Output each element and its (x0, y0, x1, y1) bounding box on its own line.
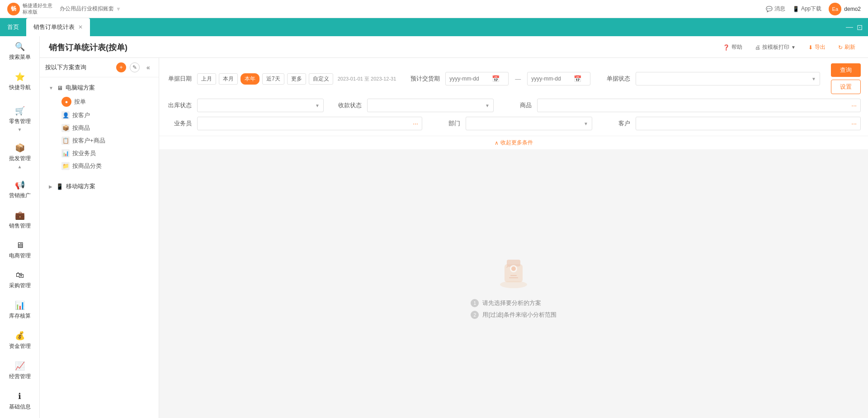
scheme-section-pc-header[interactable]: ▼ 🖥 电脑端方案 (45, 81, 153, 95)
department-select[interactable]: ▼ (466, 117, 592, 130)
mobile-icon: 📱 (56, 183, 63, 190)
scheme-item-by-customer[interactable]: 👤 按客户 (58, 109, 153, 122)
query-btn[interactable]: 查询 (831, 63, 861, 77)
customer-label: 客户 (605, 119, 630, 128)
scheme-item-by-product-category[interactable]: 📁 按商品分类 (58, 160, 153, 172)
tab-minimize-btn[interactable]: — (846, 23, 853, 31)
product-more-icon[interactable]: ··· (851, 102, 857, 109)
tab-close-btn[interactable]: ✕ (78, 24, 83, 30)
breadcrumb: 办公用品行业模拟账套 ▼ (60, 5, 121, 13)
user-name: demo2 (844, 6, 861, 12)
date-btn-last-month[interactable]: 上月 (197, 73, 216, 85)
date-btn-custom[interactable]: 自定义 (309, 73, 333, 85)
app-download-btn[interactable]: 📱 App下载 (793, 5, 821, 13)
salesperson-more-icon[interactable]: ··· (413, 120, 418, 127)
retail-expand-icon: ▼ (18, 127, 22, 132)
page-title-row: 销售订单统计表(按单) ❓ 帮助 🖨 按模板打印 ▼ ⬇ 导出 (49, 42, 859, 57)
salesperson-input[interactable]: ··· (197, 117, 422, 130)
tab-home[interactable]: 首页 (0, 18, 26, 36)
date-range-text: 2023-01-01 至 2023-12-31 (338, 76, 396, 82)
sidebar-item-search[interactable]: 🔍 搜索菜单 (0, 36, 39, 66)
pc-icon: 🖥 (57, 85, 63, 91)
order-status-label: 单据状态 (605, 75, 630, 83)
wholesale-expand-icon: ▲ (18, 164, 22, 169)
order-status-select[interactable]: ▼ (636, 72, 820, 86)
scheme-section-mobile: ▶ 📱 移动端方案 (40, 176, 159, 197)
order-status-arrow-icon: ▼ (811, 76, 816, 81)
add-scheme-btn[interactable]: + (116, 62, 126, 72)
empty-illustration (491, 248, 536, 294)
operation-icon: 📈 (15, 361, 25, 371)
sidebar-item-ecommerce[interactable]: 🖥 电商管理 (0, 235, 39, 265)
date-buttons-group: 上月 本月 本年 近7天 更多 自定义 2023-01-01 至 2023-12… (197, 73, 396, 85)
empty-tips: 1 请先选择要分析的方案 2 用[过滤]条件来缩小分析范围 (471, 299, 556, 319)
settings-btn[interactable]: 设置 (831, 80, 861, 94)
collapse-panel-btn[interactable]: « (143, 62, 153, 72)
sidebar-item-retail[interactable]: 🛒 零售管理 ▼ (0, 100, 39, 138)
sidebar-item-inventory[interactable]: 📊 库存核算 (0, 295, 39, 325)
tab-bar-actions: — ⊡ (846, 23, 868, 32)
customer-more-icon[interactable]: ··· (851, 120, 857, 127)
user-area[interactable]: Ea demo2 (829, 3, 861, 15)
salesperson-label: 业务员 (166, 119, 192, 128)
wholesale-icon: 📦 (15, 143, 25, 153)
sidebar-item-marketing[interactable]: 📢 营销推广 (0, 175, 39, 205)
sidebar-item-quick-nav[interactable]: ⭐ 快捷导航 (0, 66, 39, 97)
calendar-icon-end[interactable]: 📅 (574, 75, 581, 82)
marketing-icon: 📢 (15, 180, 25, 190)
calendar-icon-start[interactable]: 📅 (492, 75, 500, 82)
edit-scheme-btn[interactable]: ✎ (130, 62, 140, 72)
help-icon: ❓ (723, 44, 730, 51)
collapse-filter-icon: ∧ (495, 140, 499, 146)
collapse-filter-btn[interactable]: ∧ 收起更多条件 (159, 136, 868, 149)
by-product-category-icon: 📁 (61, 162, 70, 170)
scheme-item-by-product[interactable]: 📦 按商品 (58, 122, 153, 134)
sidebar-item-finance[interactable]: 💰 资金管理 (0, 325, 39, 356)
scheme-item-by-salesperson[interactable]: 📊 按业务员 (58, 147, 153, 160)
left-panel: 按以下方案查询 + ✎ « ▼ 🖥 电脑端方案 ● (40, 58, 159, 418)
sidebar-item-sales[interactable]: 💼 销售管理 (0, 205, 39, 235)
sales-icon: 💼 (15, 210, 25, 220)
content-area: 销售订单统计表(按单) ❓ 帮助 🖨 按模板打印 ▼ ⬇ 导出 (40, 36, 868, 418)
expected-delivery-end-field[interactable] (531, 76, 572, 82)
sidebar-item-wholesale[interactable]: 📦 批发管理 ▲ (0, 138, 39, 175)
shipment-select-arrow: ▼ (315, 103, 320, 108)
sidebar-item-purchase[interactable]: 🛍 采购管理 (0, 265, 39, 295)
scheme-item-by-customer-product[interactable]: 📋 按客户+商品 (58, 134, 153, 147)
sidebar-item-system[interactable]: ⚙ 系统管理 (0, 416, 39, 418)
product-input[interactable]: ··· (537, 99, 861, 112)
message-btn[interactable]: 💬 消息 (766, 5, 785, 13)
template-print-btn[interactable]: 🖨 按模板打印 ▼ (751, 42, 799, 53)
sidebar-item-operation[interactable]: 📈 经营管理 (0, 356, 39, 386)
expected-delivery-end-input[interactable]: 📅 (527, 72, 590, 86)
date-btn-last-7-days[interactable]: 近7天 (262, 73, 284, 85)
sidebar-item-basic[interactable]: ℹ 基础信息 (0, 386, 39, 416)
svg-point-4 (511, 266, 516, 271)
date-btn-this-year[interactable]: 本年 (241, 73, 259, 85)
right-panel: 单据日期 上月 本月 本年 近7天 更多 自定义 2023-01-01 至 20… (159, 58, 868, 418)
purchase-icon: 🛍 (16, 271, 24, 280)
help-btn[interactable]: ❓ 帮助 (719, 42, 746, 53)
receipt-status-select[interactable]: ▼ (367, 99, 494, 112)
tab-sales-order-stats[interactable]: 销售订单统计表 ✕ (26, 18, 90, 36)
basic-icon: ℹ (18, 391, 21, 401)
avatar: Ea (829, 3, 841, 15)
left-panel-icons: + ✎ « (116, 62, 153, 72)
export-btn[interactable]: ⬇ 导出 (805, 42, 829, 53)
date-btn-this-month[interactable]: 本月 (219, 73, 238, 85)
expected-delivery-start-input[interactable]: 📅 (445, 72, 509, 86)
page-actions: ❓ 帮助 🖨 按模板打印 ▼ ⬇ 导出 ↻ 刷新 (719, 42, 859, 53)
left-panel-title: 按以下方案查询 (45, 63, 86, 71)
left-panel-header: 按以下方案查询 + ✎ « (40, 58, 159, 77)
date-btn-more[interactable]: 更多 (287, 73, 306, 85)
shipment-status-select[interactable]: ▼ (197, 99, 324, 112)
customer-input[interactable]: ··· (636, 117, 861, 130)
tab-maximize-btn[interactable]: ⊡ (857, 23, 863, 32)
top-bar-left: 畅 畅捷通好生意 标准版 办公用品行业模拟账套 ▼ (7, 3, 121, 15)
expected-delivery-start-field[interactable] (449, 76, 490, 82)
message-icon: 💬 (766, 6, 773, 12)
scheme-item-by-order[interactable]: ● 按单 (58, 95, 153, 109)
refresh-btn[interactable]: ↻ 刷新 (835, 42, 859, 53)
scheme-section-mobile-header[interactable]: ▶ 📱 移动端方案 (45, 180, 153, 193)
tab-bar: 首页 销售订单统计表 ✕ — ⊡ (0, 18, 868, 36)
